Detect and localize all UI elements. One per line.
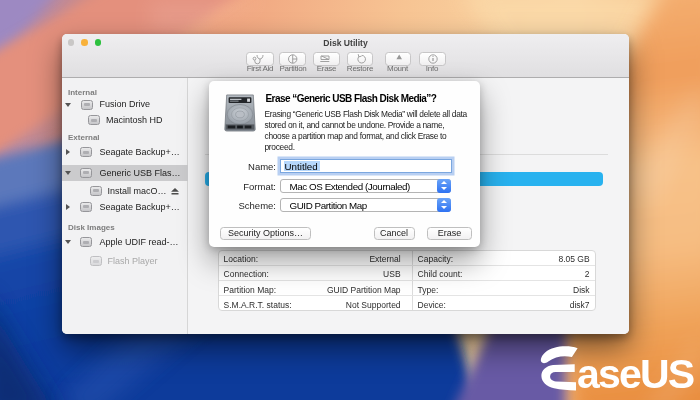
svg-text:aseUS: aseUS (577, 351, 694, 396)
